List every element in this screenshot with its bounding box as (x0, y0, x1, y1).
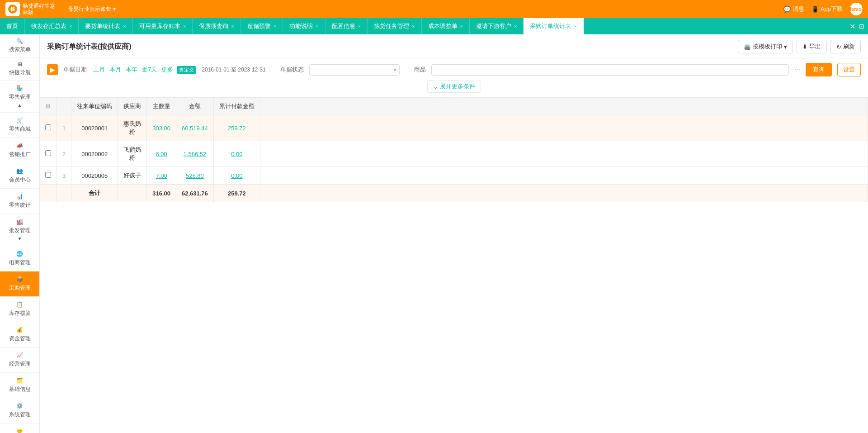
sidebar-item-label: 会员中心 (9, 176, 31, 184)
tab-yaohuodantongjitable[interactable]: 要货单统计表 × (79, 18, 132, 34)
footer-checkbox (40, 185, 57, 202)
shortcut-7days[interactable]: 近7天 (141, 66, 158, 74)
shortcut-more[interactable]: 更多 (160, 66, 174, 74)
column-settings-button[interactable]: ⚙ (45, 103, 51, 110)
sidebar-item-lingshousml[interactable]: 🛒 零售商城 (0, 113, 39, 138)
close-chaochuyu-icon[interactable]: × (274, 24, 276, 29)
retail-stat-icon: 📊 (16, 193, 23, 200)
table-row: 3 00020005 好孩子 7.00 525.80 0.00 (40, 167, 868, 185)
cell-amount: 60,519.44 (176, 115, 214, 141)
nav-maximize-icon[interactable]: ⊡ (859, 23, 864, 30)
tab-home[interactable]: 首页 (0, 18, 25, 34)
expand-more: ⌄ 展开更多条件 (47, 80, 861, 93)
sidebar-item-dianshanggl[interactable]: 🌐 电商管理 (0, 246, 39, 271)
sidebar-item-ziinjngl[interactable]: 💰 资金管理 (0, 322, 39, 347)
logo-icon: 畅 (5, 2, 20, 16)
close-keyongliangtable-icon[interactable]: × (183, 24, 186, 29)
tab-gongnengshuo[interactable]: 功能说明 × (283, 18, 325, 34)
export-button[interactable]: ⬇ 导出 (797, 40, 827, 53)
sidebar-item-label: 系统管理 (9, 411, 31, 419)
cell-qty: 7.00 (147, 167, 176, 185)
tab-chengbentiaojhng[interactable]: 成本调整单 × (422, 18, 470, 34)
shortcut-this-month[interactable]: 本月 (108, 66, 122, 74)
sidebar-item-kucunhj[interactable]: 📋 库存核算 (0, 297, 39, 322)
sidebar-item-xitonggl[interactable]: ⚙️ 系统管理 (0, 398, 39, 423)
export-label: 导出 (809, 43, 821, 51)
print-button[interactable]: 🖨️ 按模板打印 ▾ (738, 40, 793, 53)
app-download-button[interactable]: 📱 App下载 (811, 5, 843, 13)
date-filter-label: 单据日期 (63, 66, 87, 74)
sidebar-item-label: 资金管理 (9, 335, 31, 343)
close-paichuorenwu-icon[interactable]: × (412, 24, 415, 29)
filter-area: ▶ 单据日期 上月 本月 本年 近7天 更多 自定义 2016-01-01 至 … (40, 58, 868, 98)
sidebar-item-jingyinggl[interactable]: 📈 经营管理 (0, 347, 39, 373)
cell-rownum: 1 (57, 115, 71, 141)
tab-shoufahuizongtable[interactable]: 收发存汇总表 × (25, 18, 79, 34)
tab-peizhi[interactable]: 配置信息 × (326, 18, 368, 34)
tab-yaoqingxiayou[interactable]: 邀请下游客户 × (470, 18, 524, 34)
tab-paichuorenwu[interactable]: 拣货任务管理 × (368, 18, 421, 34)
sidebar-quicknav[interactable]: ⊞ 快捷导航 (0, 57, 39, 81)
sidebar-item-label: 批发管理 (9, 227, 31, 234)
close-caigoutongjitable-icon[interactable]: × (574, 24, 576, 29)
sidebar-item-lingshougly[interactable]: 🏪 零售管理 ▲ (0, 81, 39, 113)
nav-icon: ⊞ (18, 61, 22, 67)
cell-checkbox (40, 141, 57, 167)
th-supplier: 供应商 (118, 98, 147, 115)
close-chengbentiaojhng-icon[interactable]: × (460, 24, 463, 29)
shortcut-last-month[interactable]: 上月 (92, 66, 106, 74)
sidebar-item-label: 库存核算 (9, 309, 31, 317)
goods-more-icon[interactable]: ··· (794, 66, 800, 74)
close-baozhiqichaxun-icon[interactable]: × (231, 24, 234, 29)
sidebar-item-qiyexietong[interactable]: 🤝 企业协同 (0, 423, 39, 433)
user-profile[interactable]: demo2 (850, 3, 863, 15)
member-icon: 👥 (16, 168, 23, 174)
cell-rownum: 2 (57, 141, 71, 167)
tab-caigoutongjitable[interactable]: 采购订单统计表 × (524, 18, 583, 34)
footer-extra (260, 185, 868, 202)
nav-close-icon[interactable]: ✕ (849, 22, 855, 31)
sidebar-item-label: 基础信息 (9, 385, 31, 393)
sidebar-item-pifahgl[interactable]: 🏭 批发管理 ▼ (0, 214, 39, 246)
sidebar-item-lingshoutj[interactable]: 📊 零售统计 (0, 189, 39, 214)
chevron-down-icon: ▼ (18, 236, 22, 241)
sidebar-item-yingxiaotg[interactable]: 📣 营销推广 (0, 138, 39, 163)
sidebar: 🔍 搜索菜单 ⊞ 快捷导航 🏪 零售管理 ▲ 🛒 零售商城 📣 营销推广 👥 会… (0, 34, 40, 433)
cell-supplier: 飞鹤奶粉 (118, 141, 147, 167)
expand-toggle-button[interactable]: ▶ (47, 64, 58, 75)
print-chevron-icon: ▾ (784, 43, 787, 50)
th-qty: 主数量 (147, 98, 176, 115)
workspace-name: 母婴行业演示账套 (68, 5, 111, 13)
logo-text: 畅捷通好生意 标版 (23, 3, 55, 16)
sidebar-item-caigougl[interactable]: 📦 采购管理 (0, 271, 39, 297)
sidebar-item-huiyuanzx[interactable]: 👥 会员中心 (0, 163, 39, 189)
settings-button[interactable]: 设置 (837, 63, 861, 76)
close-peizhi-icon[interactable]: × (358, 24, 361, 29)
sidebar-item-label: 零售统计 (9, 201, 31, 209)
workspace-selector[interactable]: 母婴行业演示账套 ▾ (68, 5, 116, 13)
query-button[interactable]: 查询 (806, 63, 832, 76)
sidebar-search[interactable]: 🔍 搜索菜单 (0, 34, 39, 57)
tab-baozhiqichaxun[interactable]: 保质期查询 × (193, 18, 241, 34)
table-row: 2 00020002 飞鹤奶粉 6.00 1,586.52 0.00 (40, 141, 868, 167)
status-select-wrapper (309, 64, 400, 76)
tab-keyongliangtable[interactable]: 可用量库存账本 × (133, 18, 193, 34)
svg-text:畅: 畅 (10, 7, 15, 12)
top-bar-right: 💬 消息 📱 App下载 demo2 (783, 3, 863, 15)
status-select[interactable] (309, 64, 400, 76)
close-gongnengshuo-icon[interactable]: × (316, 24, 318, 29)
system-icon: ⚙️ (16, 403, 23, 409)
sidebar-quicknav-label: 快捷导航 (9, 69, 31, 76)
close-yaohuodantongjitable-icon[interactable]: × (123, 24, 126, 29)
tab-chaochuyu[interactable]: 超储预警 × (241, 18, 283, 34)
goods-input[interactable] (431, 64, 789, 76)
close-yaoqingxiayou-icon[interactable]: × (514, 24, 517, 29)
refresh-button[interactable]: ↻ 刷新 (830, 40, 861, 53)
business-icon: 📈 (16, 352, 23, 358)
status-filter-label: 单据状态 (280, 66, 304, 74)
sidebar-item-jichuxinxi[interactable]: 🗂️ 基础信息 (0, 373, 39, 398)
close-shoufahuizongtable-icon[interactable]: × (69, 24, 72, 29)
shortcut-this-year[interactable]: 本年 (125, 66, 138, 74)
messages-button[interactable]: 💬 消息 (783, 5, 804, 13)
expand-more-button[interactable]: ⌄ 展开更多条件 (427, 80, 481, 93)
